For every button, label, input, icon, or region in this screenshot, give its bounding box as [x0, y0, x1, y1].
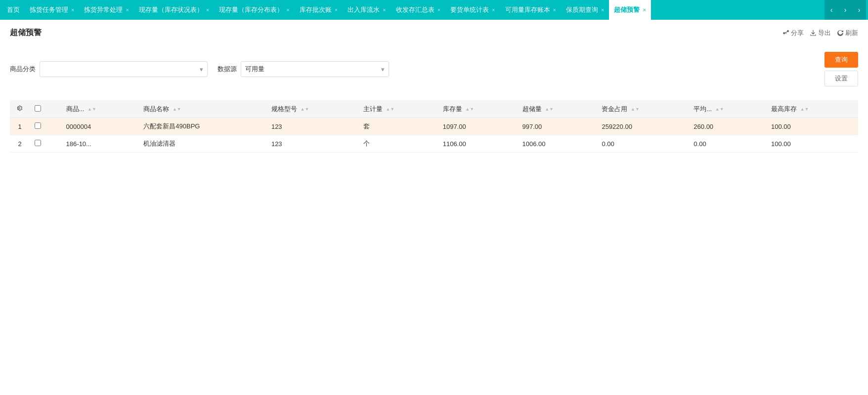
- row-product-name: 机油滤清器: [138, 135, 266, 153]
- sort-icon[interactable]: ▲▼: [800, 107, 809, 112]
- sort-icon[interactable]: ▲▼: [465, 107, 474, 112]
- sort-icon[interactable]: ▲▼: [631, 107, 640, 112]
- filter-buttons: 查询 设置: [825, 52, 858, 86]
- share-icon: [782, 30, 789, 37]
- share-button[interactable]: 分享: [782, 29, 804, 38]
- refresh-button[interactable]: 刷新: [837, 29, 858, 38]
- column-overstock-label: 超储量: [522, 105, 542, 113]
- row-stock: 1106.00: [438, 135, 518, 153]
- sort-icon[interactable]: ▲▼: [87, 107, 96, 112]
- sort-icon[interactable]: ▲▼: [715, 107, 724, 112]
- gear-icon: [15, 104, 23, 112]
- nav-tab-3[interactable]: 现存量（库存状况表） ×: [134, 0, 214, 20]
- query-button[interactable]: 查询: [825, 52, 858, 68]
- sort-icon[interactable]: ▲▼: [301, 107, 309, 112]
- row-select-checkbox[interactable]: [35, 122, 41, 129]
- nav-tab-4[interactable]: 现存量（库存分布表） ×: [214, 0, 294, 20]
- column-stock-label: 库存量: [443, 105, 462, 113]
- column-unit-label: 主计量: [363, 105, 383, 113]
- select-all-checkbox[interactable]: [35, 105, 41, 112]
- close-icon[interactable]: ×: [437, 7, 440, 13]
- row-capital: 259220.00: [597, 118, 689, 135]
- column-capital[interactable]: 资金占用 ▲▼: [597, 100, 689, 118]
- refresh-label: 刷新: [845, 29, 858, 38]
- nav-next-button[interactable]: ›: [838, 0, 852, 20]
- datasource-value: 可用量: [245, 65, 264, 74]
- nav-tab-5[interactable]: 库存批次账 ×: [295, 0, 343, 20]
- nav-tab-home-label: 首页: [7, 5, 20, 14]
- column-checkbox[interactable]: [30, 100, 61, 118]
- category-select[interactable]: ▾: [40, 61, 208, 77]
- nav-tab-7-label: 收发存汇总表: [396, 5, 434, 14]
- close-icon[interactable]: ×: [643, 7, 646, 13]
- refresh-icon: [837, 30, 844, 37]
- close-icon[interactable]: ×: [383, 7, 386, 13]
- export-button[interactable]: 导出: [810, 29, 831, 38]
- column-avg[interactable]: 平均... ▲▼: [689, 100, 766, 118]
- header-actions: 分享 导出 刷新: [782, 29, 858, 38]
- close-icon[interactable]: ×: [335, 7, 338, 13]
- category-label: 商品分类: [10, 65, 36, 74]
- nav-tab-7[interactable]: 收发存汇总表 ×: [391, 0, 445, 20]
- sort-icon[interactable]: ▲▼: [386, 107, 394, 112]
- nav-tab-6[interactable]: 出入库流水 ×: [343, 0, 391, 20]
- close-icon[interactable]: ×: [492, 7, 495, 13]
- row-unit: 个: [358, 135, 438, 153]
- close-icon[interactable]: ×: [206, 7, 209, 13]
- close-icon[interactable]: ×: [601, 7, 604, 13]
- column-settings[interactable]: [10, 100, 30, 118]
- share-label: 分享: [791, 29, 804, 38]
- nav-tab-active[interactable]: 超储预警 ×: [609, 0, 651, 20]
- export-label: 导出: [818, 29, 831, 38]
- table-row: 10000004六配套新昌490BPG123套1097.00997.002592…: [10, 118, 858, 135]
- column-overstock[interactable]: 超储量 ▲▼: [518, 100, 597, 118]
- nav-tab-8-label: 要货单统计表: [450, 5, 489, 14]
- setting-button[interactable]: 设置: [825, 71, 858, 86]
- top-navigation: 首页 拣货任务管理 × 拣货异常处理 × 现存量（库存状况表） × 现存量（库存…: [0, 0, 868, 20]
- row-overstock: 1006.00: [518, 135, 597, 153]
- close-icon[interactable]: ×: [126, 7, 129, 13]
- column-avg-label: 平均...: [694, 105, 712, 113]
- nav-tab-8[interactable]: 要货单统计表 ×: [445, 0, 500, 20]
- row-max-stock: 100.00: [766, 135, 858, 153]
- main-content: 超储预警 分享 导出 刷新 商品: [0, 20, 868, 395]
- nav-tab-home[interactable]: 首页: [2, 0, 25, 20]
- column-product-code[interactable]: 商品... ▲▼: [61, 100, 139, 118]
- row-spec: 123: [266, 118, 358, 135]
- export-icon: [810, 30, 817, 37]
- column-max-stock-label: 最高库存: [771, 105, 797, 113]
- row-product-code: 0000004: [61, 118, 139, 135]
- nav-tab-9[interactable]: 可用量库存账本 ×: [500, 0, 561, 20]
- nav-tab-9-label: 可用量库存账本: [505, 5, 550, 14]
- nav-tab-1-label: 拣货任务管理: [30, 5, 68, 14]
- column-product-name[interactable]: 商品名称 ▲▼: [138, 100, 266, 118]
- datasource-select[interactable]: 可用量 ▾: [241, 61, 389, 77]
- column-max-stock[interactable]: 最高库存 ▲▼: [766, 100, 858, 118]
- nav-tab-2[interactable]: 拣货异常处理 ×: [79, 0, 133, 20]
- nav-arrows: ‹ › ›: [825, 0, 866, 20]
- sort-icon[interactable]: ▲▼: [173, 107, 181, 112]
- sort-icon[interactable]: ▲▼: [545, 107, 554, 112]
- column-unit[interactable]: 主计量 ▲▼: [358, 100, 438, 118]
- close-icon[interactable]: ×: [286, 7, 289, 13]
- table-body: 10000004六配套新昌490BPG123套1097.00997.002592…: [10, 118, 858, 153]
- nav-prev-button[interactable]: ‹: [825, 0, 838, 20]
- column-spec[interactable]: 规格型号 ▲▼: [266, 100, 358, 118]
- datasource-label: 数据源: [217, 65, 237, 74]
- row-checkbox[interactable]: [30, 135, 61, 153]
- row-num: 2: [10, 135, 30, 153]
- row-product-code: 186-10...: [61, 135, 139, 153]
- nav-tab-10[interactable]: 保质期查询 ×: [561, 0, 609, 20]
- close-icon[interactable]: ×: [71, 7, 74, 13]
- nav-expand-button[interactable]: ›: [852, 0, 866, 20]
- column-stock[interactable]: 库存量 ▲▼: [438, 100, 518, 118]
- row-select-checkbox[interactable]: [35, 140, 41, 146]
- column-spec-label: 规格型号: [271, 105, 297, 113]
- nav-tab-2-label: 拣货异常处理: [84, 5, 123, 14]
- row-num: 1: [10, 118, 30, 135]
- nav-tab-1[interactable]: 拣货任务管理 ×: [25, 0, 79, 20]
- chevron-down-icon: ▾: [200, 66, 203, 73]
- row-checkbox[interactable]: [30, 118, 61, 135]
- close-icon[interactable]: ×: [553, 7, 556, 13]
- table-header-row: 商品... ▲▼ 商品名称 ▲▼ 规格型号 ▲▼ 主计量 ▲▼ 库存量 ▲▼: [10, 100, 858, 118]
